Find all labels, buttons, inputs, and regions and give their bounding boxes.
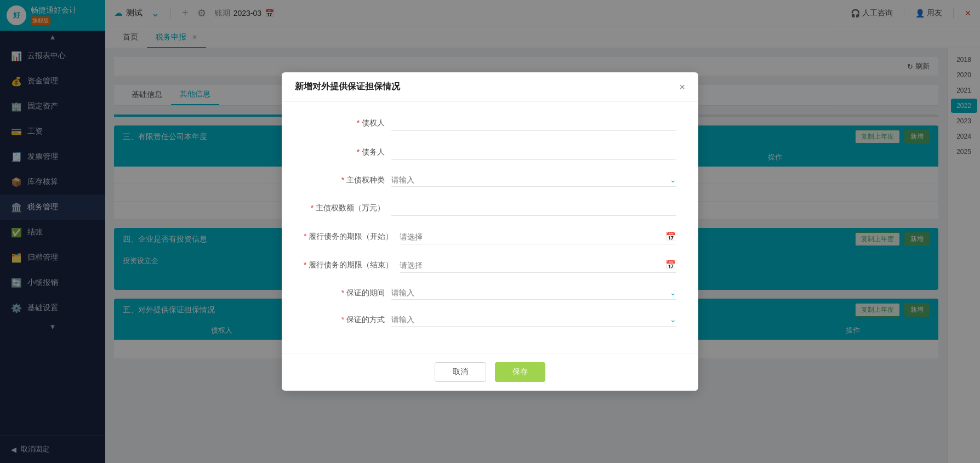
save-button[interactable]: 保存 — [495, 362, 545, 382]
guarantee-period-input[interactable] — [391, 288, 670, 297]
creditor-input[interactable] — [391, 115, 676, 131]
period-end-label: * 履行债务的期限（结束） — [304, 260, 400, 270]
claim-amount-input[interactable] — [391, 200, 676, 216]
dialog-footer: 取消 保存 — [282, 353, 698, 391]
guarantee-period-control: ⌄ — [391, 286, 676, 300]
guarantee-period-dropdown-icon: ⌄ — [670, 288, 676, 297]
period-start-date-wrapper[interactable]: 📅 — [400, 229, 676, 244]
claim-type-dropdown-icon: ⌄ — [670, 175, 676, 184]
guarantee-period-label: * 保证的期间 — [304, 288, 391, 298]
claim-type-input[interactable] — [391, 175, 670, 184]
guarantee-method-dropdown-icon: ⌄ — [670, 315, 676, 324]
form-row-period-end: * 履行债务的期限（结束） 📅 — [304, 258, 676, 273]
claim-type-select-wrapper[interactable]: ⌄ — [391, 173, 676, 187]
dialog-close-button[interactable]: × — [679, 82, 685, 92]
period-end-input[interactable] — [400, 261, 665, 270]
form-row-claim-type: * 主债权种类 ⌄ — [304, 173, 676, 187]
claim-amount-control — [391, 200, 676, 216]
guarantee-period-select-wrapper[interactable]: ⌄ — [391, 286, 676, 300]
creditor-control — [391, 115, 676, 131]
guarantee-method-input[interactable] — [391, 315, 670, 324]
form-row-creditor: * 债权人 — [304, 115, 676, 131]
period-start-input[interactable] — [400, 232, 665, 241]
form-row-guarantee-period: * 保证的期间 ⌄ — [304, 286, 676, 300]
guarantee-method-control: ⌄ — [391, 313, 676, 327]
period-end-control: 📅 — [400, 258, 676, 273]
claim-type-control: ⌄ — [391, 173, 676, 187]
period-end-date-wrapper[interactable]: 📅 — [400, 258, 676, 273]
claim-type-label: * 主债权种类 — [304, 175, 391, 185]
claim-amount-label: * 主债权数额（万元） — [304, 203, 391, 213]
form-row-claim-amount: * 主债权数额（万元） — [304, 200, 676, 216]
form-row-debtor: * 债务人 — [304, 144, 676, 160]
debtor-input[interactable] — [391, 144, 676, 160]
guarantee-method-label: * 保证的方式 — [304, 315, 391, 325]
dialog-title: 新增对外提供保证担保情况 — [295, 81, 400, 93]
debtor-label: * 债务人 — [304, 147, 391, 157]
dialog-body: * 债权人 * 债务人 * — [282, 102, 698, 353]
dialog: 新增对外提供保证担保情况 × * 债权人 * 债务人 — [282, 72, 698, 391]
creditor-label: * 债权人 — [304, 118, 391, 128]
period-end-calendar-icon: 📅 — [665, 260, 676, 270]
form-row-period-start: * 履行债务的期限（开始） 📅 — [304, 229, 676, 244]
cancel-button[interactable]: 取消 — [435, 362, 486, 382]
dialog-header: 新增对外提供保证担保情况 × — [282, 72, 698, 102]
period-start-calendar-icon: 📅 — [665, 231, 676, 242]
period-start-control: 📅 — [400, 229, 676, 244]
dialog-overlay: 新增对外提供保证担保情况 × * 债权人 * 债务人 — [0, 0, 980, 463]
period-start-label: * 履行债务的期限（开始） — [304, 232, 400, 242]
debtor-control — [391, 144, 676, 160]
guarantee-method-select-wrapper[interactable]: ⌄ — [391, 313, 676, 327]
form-row-guarantee-method: * 保证的方式 ⌄ — [304, 313, 676, 327]
